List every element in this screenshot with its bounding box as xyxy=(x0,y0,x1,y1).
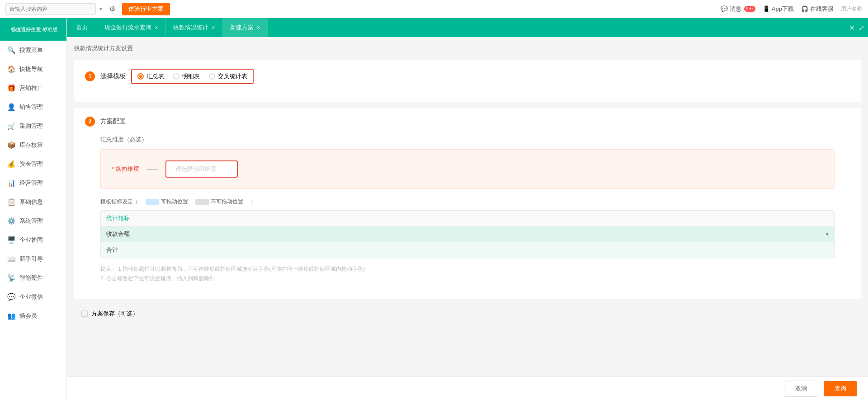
maximize-icon[interactable]: ⤢ xyxy=(859,24,864,32)
save-section: 方案保存（可选） xyxy=(74,304,861,323)
sidebar-item-search[interactable]: 🔍 搜索菜单 xyxy=(0,41,66,60)
sidebar-item-nav[interactable]: 🏠 快捷导航 xyxy=(0,60,66,79)
metrics-section: 模板指标设定（ 可拖动位置 不可拖动位置 ） 统计指标 xyxy=(100,198,835,258)
tab-cashflow-label: 现金银行流水查询 xyxy=(104,24,151,32)
dimension-arrow: —— xyxy=(146,166,158,173)
logo-text: 畅捷通好生意 xyxy=(11,26,41,33)
save-checkbox[interactable] xyxy=(81,311,88,317)
draggable-label: 可拖动位置 xyxy=(161,198,188,206)
sidebar-item-sales[interactable]: 👤 销售管理 xyxy=(0,98,66,117)
sidebar-item-inventory[interactable]: 📦 库存核算 xyxy=(0,136,66,155)
sidebar-item-wechat[interactable]: 💬 企业微信 xyxy=(0,287,66,306)
sidebar-item-basic[interactable]: 📋 基础信息 xyxy=(0,193,66,212)
message-label: 消息 xyxy=(730,5,741,13)
sidebar-label-basic: 基础信息 xyxy=(19,198,43,206)
sidebar-label-marketing: 营销推广 xyxy=(19,84,43,92)
step1-num: 1 xyxy=(85,71,95,81)
user-icon: 👤 xyxy=(7,103,16,111)
clipboard-icon: 📋 xyxy=(7,198,16,206)
sidebar: 畅捷通好生意 标准版 🔍 搜索菜单 🏠 快捷导航 🎁 营销推广 👤 销售管理 🛒… xyxy=(0,18,67,400)
radio-crosstab[interactable]: 交叉统计表 xyxy=(209,72,247,80)
tab-home[interactable]: 首页 xyxy=(67,18,97,37)
metrics-subtotal-label: 合计 xyxy=(106,246,118,253)
sidebar-label-collab: 企业协同 xyxy=(19,236,43,244)
sidebar-label-hardware: 智能硬件 xyxy=(19,274,43,282)
radio-summary[interactable]: 汇总表 xyxy=(137,72,164,80)
search-input[interactable] xyxy=(5,3,96,15)
top-bar-right: 💬 消息 99+ 📱 App下载 🎧 在线客服 用户名称 xyxy=(721,5,863,13)
monitor-icon: 🖥️ xyxy=(7,236,16,244)
sidebar-logo: 畅捷通好生意 标准版 xyxy=(0,18,66,41)
step2-card: 2 方案配置 汇总维度（必选） * 纵向维度 —— 请选择分组维度 xyxy=(74,108,861,299)
sidebar-label-management: 经营管理 xyxy=(19,179,43,187)
sidebar-label-sales: 销售管理 xyxy=(19,103,43,111)
service-item[interactable]: 🎧 在线客服 xyxy=(801,5,834,13)
dimension-select[interactable]: 请选择分组维度 xyxy=(165,160,238,178)
template-options-border: 汇总表 明细表 交叉统计表 xyxy=(131,69,254,84)
gear-icon[interactable]: ⚙ xyxy=(106,3,118,15)
save-label: 方案保存（可选） xyxy=(91,310,138,318)
top-bar: ▾ ⚙ 体验行业方案 💬 消息 99+ 📱 App下载 🎧 在线客服 用户名称 xyxy=(0,0,868,18)
fixed-tag: 不可拖动位置 xyxy=(195,198,243,206)
close-icon[interactable]: ✕ xyxy=(256,25,260,31)
cancel-button[interactable]: 取消 xyxy=(784,381,818,397)
draggable-icon xyxy=(146,199,159,205)
draggable-tag: 可拖动位置 xyxy=(146,198,188,206)
sidebar-item-member[interactable]: 👥 畅会员 xyxy=(0,306,66,325)
dropdown-arrow-icon[interactable]: ▾ xyxy=(99,6,102,12)
download-icon: 📱 xyxy=(763,5,770,12)
dimension-placeholder: 请选择分组维度 xyxy=(175,165,217,172)
metrics-subtotal: 合计 xyxy=(101,242,834,258)
dimension-section-label: 汇总维度（必选） xyxy=(100,136,850,144)
sidebar-item-collab[interactable]: 🖥️ 企业协同 xyxy=(0,231,66,249)
sidebar-item-purchase[interactable]: 🛒 采购管理 xyxy=(0,117,66,136)
box-icon: 📦 xyxy=(7,141,16,149)
dimension-area: * 纵向维度 —— 请选择分组维度 xyxy=(100,149,835,189)
main-layout: 畅捷通好生意 标准版 🔍 搜索菜单 🏠 快捷导航 🎁 营销推广 👤 销售管理 🛒… xyxy=(0,18,868,400)
window-close-icon[interactable]: ✕ xyxy=(849,24,855,32)
industry-button[interactable]: 体验行业方案 xyxy=(122,3,170,15)
user-info: 用户名称 xyxy=(841,5,863,13)
sidebar-label-search: 搜索菜单 xyxy=(19,46,43,54)
service-icon: 🎧 xyxy=(801,5,808,12)
sidebar-item-hardware[interactable]: 📡 智能硬件 xyxy=(0,268,66,287)
sidebar-item-management[interactable]: 📊 经营管理 xyxy=(0,174,66,193)
tab-newplan-label: 新建方案 xyxy=(230,24,254,32)
metrics-close: ） xyxy=(250,198,256,206)
bottom-bar: 取消 查询 xyxy=(67,376,868,400)
radio-crosstab-circle xyxy=(209,73,215,80)
message-item[interactable]: 💬 消息 99+ xyxy=(721,5,755,13)
sidebar-item-system[interactable]: ⚙️ 系统管理 xyxy=(0,212,66,231)
tab-home-label: 首页 xyxy=(76,24,88,32)
dimension-row: * 纵向维度 —— 请选择分组维度 xyxy=(112,160,823,178)
sidebar-item-marketing[interactable]: 🎁 营销推广 xyxy=(0,79,66,98)
radio-detail[interactable]: 明细表 xyxy=(173,72,200,80)
close-icon[interactable]: ✕ xyxy=(211,25,215,31)
tab-bar: 首页 现金银行流水查询 ✕ 收款情况统计 ✕ 新建方案 ✕ ✕ ⤢ xyxy=(67,18,868,37)
radio-summary-label: 汇总表 xyxy=(146,72,164,80)
members-icon: 👥 xyxy=(7,312,16,320)
page-title: 收款情况统计方案设置 xyxy=(74,44,861,52)
search-icon: 🔍 xyxy=(7,46,16,54)
download-item[interactable]: 📱 App下载 xyxy=(763,5,794,13)
hardware-icon: 📡 xyxy=(7,274,16,282)
chevron-down-icon[interactable]: ▾ xyxy=(826,231,829,237)
home-icon: 🏠 xyxy=(7,65,16,73)
cart-icon: 🛒 xyxy=(7,122,16,130)
sidebar-label-purchase: 采购管理 xyxy=(19,122,43,130)
radio-summary-circle xyxy=(137,73,144,80)
message-badge: 99+ xyxy=(744,6,755,12)
step2-num: 2 xyxy=(85,117,95,127)
sidebar-item-guide[interactable]: 📖 新手引导 xyxy=(0,249,66,268)
query-button[interactable]: 查询 xyxy=(824,381,857,396)
sidebar-label-system: 系统管理 xyxy=(19,217,43,225)
sidebar-label-nav: 快捷导航 xyxy=(19,65,43,73)
metrics-table-header: 统计指标 xyxy=(101,211,834,226)
tab-newplan[interactable]: 新建方案 ✕ xyxy=(223,18,268,37)
book-icon: 📖 xyxy=(7,255,16,263)
tab-receipt[interactable]: 收款情况统计 ✕ xyxy=(166,18,223,37)
close-icon[interactable]: ✕ xyxy=(154,25,158,31)
sidebar-item-finance[interactable]: 💰 资金管理 xyxy=(0,155,66,174)
tab-cashflow[interactable]: 现金银行流水查询 ✕ xyxy=(97,18,166,37)
vertical-dimension-label: * 纵向维度 xyxy=(112,165,139,173)
